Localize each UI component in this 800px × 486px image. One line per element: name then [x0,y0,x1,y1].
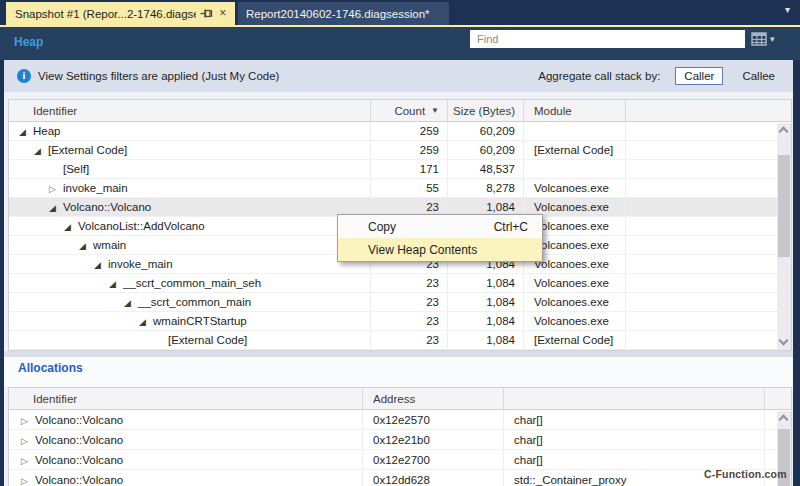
expander-collapsed-icon[interactable] [49,182,63,194]
watermark: C-Function.com [704,468,787,480]
expander-expanded-icon[interactable] [64,220,78,232]
allocation-row[interactable]: Volcano::Volcano 0x12e2570 char[] [9,410,791,430]
column-header-filler [626,100,773,121]
allocations-title: Allocations [18,361,83,375]
context-menu: Copy Ctrl+C View Heap Contents [337,214,543,262]
tab-snapshot[interactable]: Snapshot #1 (Repor...2-1746.diagsession)… [6,2,235,25]
expander-expanded-icon[interactable] [79,239,93,251]
expander-expanded-icon[interactable] [109,277,123,289]
info-icon: i [17,69,31,83]
column-header-type[interactable] [504,388,765,409]
view-options-caret-icon: ▾ [770,34,775,44]
scroll-up-button[interactable] [777,411,791,426]
menu-item-view-heap-contents[interactable]: View Heap Contents [338,238,542,261]
heap-table-header: Identifier Count▼ Size (Bytes) Module [9,100,791,122]
allocation-row[interactable]: Volcano::Volcano 0x12e21b0 char[] [9,430,791,450]
pin-icon[interactable] [200,7,213,20]
expander-expanded-icon[interactable] [94,258,108,270]
expander-collapsed-icon[interactable] [21,414,35,426]
aggregate-label: Aggregate call stack by: [538,70,660,82]
view-toolbar: Heap ▾ [0,27,800,60]
expander-expanded-icon[interactable] [139,315,153,327]
tab-overflow-caret-icon[interactable]: ▾ [785,4,790,15]
allocations-table-header: Identifier Address [9,388,791,410]
tab-close-icon[interactable]: × [216,6,229,21]
expander-collapsed-icon[interactable] [21,474,35,486]
diagnostics-window: Snapshot #1 (Repor...2-1746.diagsession)… [0,0,800,486]
scroll-down-button[interactable] [777,335,791,350]
aggregate-group: Aggregate call stack by: Caller Callee [538,67,784,85]
chevron-down-icon [779,336,789,346]
column-header-address[interactable]: Address [363,388,504,409]
info-bar: i View Settings filters are applied (Jus… [4,60,793,92]
column-header-filler [765,388,791,409]
scrollbar-thumb[interactable] [778,155,790,257]
column-header-identifier[interactable]: Identifier [9,100,371,121]
table-row[interactable]: [External Code] 259 60,209 [External Cod… [9,141,791,160]
heap-breadcrumb[interactable]: Heap [14,35,43,49]
table-row[interactable]: __scrt_common_main_seh 23 1,084 Volcanoe… [9,274,791,293]
table-row[interactable]: [Self] 171 48,537 [9,160,791,179]
column-header-module[interactable]: Module [524,100,626,121]
tab-report-label: Report20140602-1746.diagsession* [246,8,441,20]
vertical-scrollbar[interactable] [777,123,791,350]
aggregate-caller-button[interactable]: Caller [675,67,723,85]
expander-collapsed-icon[interactable] [21,434,35,446]
allocation-row[interactable]: Volcano::Volcano 0x12dd628 std::_Contain… [9,470,791,486]
find-input[interactable] [470,30,745,48]
tab-report[interactable]: Report20140602-1746.diagsession* [238,2,449,25]
aggregate-callee-button[interactable]: Callee [733,67,784,85]
column-header-count[interactable]: Count▼ [371,100,448,121]
allocations-band [4,357,793,387]
column-header-size[interactable]: Size (Bytes) [448,100,524,121]
allocations-table: Identifier Address Volcano::Volcano 0x12… [8,387,792,486]
table-row[interactable]: invoke_main 55 8,278 Volcanoes.exe [9,179,791,198]
chevron-up-icon [779,415,789,425]
expander-expanded-icon[interactable] [34,144,48,156]
table-row[interactable]: wmainCRTStartup 23 1,084 Volcanoes.exe [9,312,791,331]
view-options-button[interactable]: ▾ [751,30,782,48]
expander-expanded-icon[interactable] [49,201,63,213]
expander-expanded-icon[interactable] [19,125,33,137]
expander-expanded-icon[interactable] [124,296,138,308]
filter-message: View Settings filters are applied (Just … [38,70,538,82]
menu-shortcut: Ctrl+C [494,220,528,234]
allocation-row[interactable]: Volcano::Volcano 0x12e2700 char[] [9,450,791,470]
grid-icon [751,32,767,46]
chevron-up-icon [779,127,789,137]
sort-descending-icon: ▼ [431,106,439,115]
document-tab-strip: Snapshot #1 (Repor...2-1746.diagsession)… [0,0,800,25]
tab-snapshot-label: Snapshot #1 (Repor...2-1746.diagsession) [15,8,196,20]
scroll-up-button[interactable] [777,123,791,138]
table-row[interactable]: [External Code] 23 1,084 [External Code] [9,331,791,350]
table-row[interactable]: Heap 259 60,209 [9,122,791,141]
column-header-identifier[interactable]: Identifier [9,388,363,409]
table-row[interactable]: __scrt_common_main 23 1,084 Volcanoes.ex… [9,293,791,312]
expander-collapsed-icon[interactable] [21,454,35,466]
menu-item-copy[interactable]: Copy Ctrl+C [338,215,542,238]
